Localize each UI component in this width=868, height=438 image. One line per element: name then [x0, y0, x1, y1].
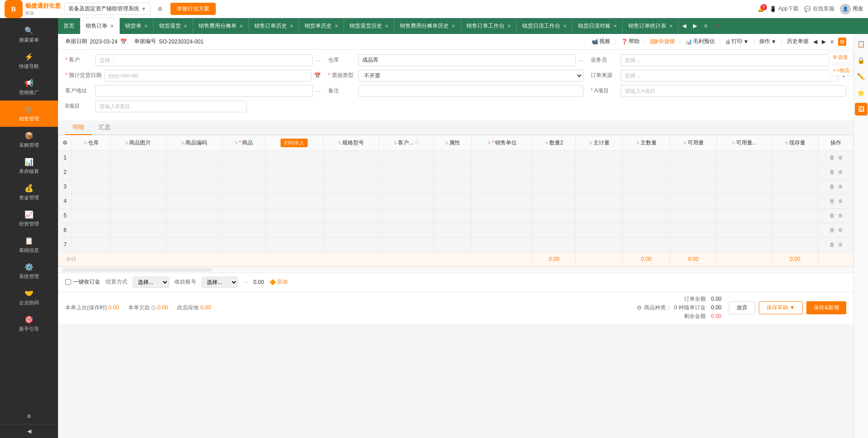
sidebar-item-inventory[interactable]: 📊 库存核算 [0, 153, 58, 179]
copy-icon-5[interactable]: ⊕ [838, 212, 843, 219]
row-customer-4[interactable] [379, 194, 433, 208]
row-main-unit-3[interactable] [576, 179, 623, 194]
settlement-select[interactable]: 选择... [133, 277, 169, 288]
tab-close-all-btn[interactable]: ✕ [711, 18, 722, 34]
row-main-qty-1[interactable] [623, 150, 670, 165]
copy-icon-7[interactable]: ⊕ [838, 241, 843, 248]
tab-order-history[interactable]: 销售订单历史 ✕ [249, 18, 299, 34]
sidebar-item-search[interactable]: 🔍 搜索菜单 [0, 22, 58, 48]
delete-icon-1[interactable]: 🗑 [829, 154, 835, 161]
row-product-code-4[interactable] [166, 194, 222, 208]
row-avail-qty-3[interactable] [670, 179, 717, 194]
row-current-stock-4[interactable] [771, 194, 819, 208]
row-current-stock-5[interactable] [771, 208, 819, 223]
sidebar-item-purchase[interactable]: 📦 采购管理 [0, 127, 58, 153]
sidebar-item-quick-nav[interactable]: ⚡ 快捷导航 [0, 48, 58, 74]
tab-cash-account[interactable]: 钱货日清对账 ✕ [572, 18, 623, 34]
copy-icon-1[interactable]: ⊕ [838, 154, 843, 161]
sidebar-item-sales[interactable]: 🛒 销售管理 [0, 101, 58, 127]
app-download-link[interactable]: 📱 App下载 [770, 5, 799, 13]
row-main-unit-2[interactable] [576, 165, 623, 179]
row-current-stock-1[interactable] [771, 150, 819, 165]
settings-icon[interactable]: ⚙ [154, 3, 167, 15]
tab-cash-workbench[interactable]: 钱货日清工作台 ✕ [517, 18, 572, 34]
row-current-stock-2[interactable] [771, 165, 819, 179]
row-main-qty-7[interactable] [623, 237, 670, 252]
row-warehouse-1[interactable] [72, 150, 110, 165]
row-attr-2[interactable] [433, 165, 471, 179]
row-attr-3[interactable] [433, 179, 471, 194]
delete-icon-7[interactable]: 🗑 [829, 241, 835, 248]
tab-sales-order[interactable]: 销售订单 ✕ [80, 18, 120, 34]
shortcut-btn[interactable]: ⌨ 快捷键 [650, 38, 675, 45]
tab-next-btn[interactable]: ▶ [689, 18, 700, 34]
customer-ellipsis[interactable]: ··· [315, 57, 321, 64]
notification-bell[interactable]: 🔔 9 [757, 6, 764, 12]
row-product-code-1[interactable] [166, 150, 222, 165]
row-main-unit-1[interactable] [576, 150, 623, 165]
row-product-3[interactable] [222, 179, 265, 194]
row-product-7[interactable] [222, 237, 265, 252]
sidebar-item-finance[interactable]: 💰 资金管理 [0, 179, 58, 206]
row-avail-qty2-7[interactable] [717, 237, 771, 252]
row-qty2-3[interactable] [533, 179, 576, 194]
tab-return-history[interactable]: 销货退货历史 ✕ [344, 18, 394, 34]
row-current-stock-7[interactable] [771, 237, 819, 252]
row-qty2-1[interactable] [533, 150, 576, 165]
row-product-code-2[interactable] [166, 165, 222, 179]
tab-order-workbench[interactable]: 销售订单工作台 ✕ [461, 18, 517, 34]
row-avail-qty2-3[interactable] [717, 179, 771, 194]
b-project-input[interactable] [95, 101, 247, 112]
one-click-deposit-checkbox[interactable]: 一键收订金 [65, 278, 100, 286]
row-attr-1[interactable] [433, 150, 471, 165]
tab-order-history-close[interactable]: ✕ [290, 24, 293, 29]
row-product-code-5[interactable] [166, 208, 222, 223]
row-avail-qty-4[interactable] [670, 194, 717, 208]
sidebar-item-system[interactable]: ⚙️ 系统管理 [0, 258, 58, 284]
row-warehouse-5[interactable] [72, 208, 110, 223]
tab-order-workbench-close[interactable]: ✕ [507, 24, 511, 29]
print-btn[interactable]: 🖨 打印 ▼ [725, 38, 749, 45]
ellipsis-payment[interactable]: ··· [243, 279, 248, 285]
operations-btn[interactable]: 操作 ▼ [759, 38, 776, 45]
online-service-link[interactable]: 💬 在线客服 [804, 5, 834, 13]
tab-detail[interactable]: 明细 [65, 120, 92, 135]
row-spec-1[interactable] [323, 150, 379, 165]
list-view-icon[interactable]: ≡ [830, 39, 834, 45]
row-avail-qty-5[interactable] [670, 208, 717, 223]
row-product-2[interactable] [222, 165, 265, 179]
row-sales-unit-6[interactable] [471, 223, 533, 237]
row-attr-5[interactable] [433, 208, 471, 223]
row-main-unit-5[interactable] [576, 208, 623, 223]
row-main-qty-6[interactable] [623, 223, 670, 237]
tab-sales-stats[interactable]: 销售订单统计表 ✕ [623, 18, 679, 34]
user-menu[interactable]: 👤 用友 [840, 4, 863, 14]
col-settings[interactable]: ⚙ [58, 135, 72, 150]
right-panel-clipboard[interactable]: 📋 [855, 38, 868, 50]
row-spec-3[interactable] [323, 179, 379, 194]
row-warehouse-6[interactable] [72, 223, 110, 237]
row-qty2-5[interactable] [533, 208, 576, 223]
row-warehouse-4[interactable] [72, 194, 110, 208]
row-product-code-7[interactable] [166, 237, 222, 252]
add-payment-btn[interactable]: 🔶 添加 [269, 278, 288, 286]
row-main-qty-5[interactable] [623, 208, 670, 223]
row-spec-5[interactable] [323, 208, 379, 223]
row-main-qty-2[interactable] [623, 165, 670, 179]
nav-prev-icon[interactable]: ◀ [813, 39, 817, 45]
tab-prev-btn[interactable]: ◀ [679, 18, 689, 34]
row-warehouse-2[interactable] [72, 165, 110, 179]
grid-view-icon[interactable]: ⊞ [838, 38, 846, 46]
row-sales-unit-4[interactable] [471, 194, 533, 208]
tab-return-history-close[interactable]: ✕ [385, 24, 388, 29]
row-sales-unit-3[interactable] [471, 179, 533, 194]
warehouse-input[interactable] [358, 54, 576, 66]
copy-icon-4[interactable]: ⊕ [838, 198, 843, 204]
add-logistics-btn[interactable]: + +物流 [829, 65, 853, 76]
discard-button[interactable]: 放弃 [729, 301, 755, 314]
row-avail-qty-1[interactable] [670, 150, 717, 165]
sidebar-item-basic-info[interactable]: 📋 基础信息 [0, 232, 58, 258]
view-video-btn[interactable]: 📹 视频 [592, 38, 610, 45]
one-click-deposit-input[interactable] [65, 279, 71, 285]
tab-sales-goods-return-close[interactable]: ✕ [184, 24, 187, 29]
